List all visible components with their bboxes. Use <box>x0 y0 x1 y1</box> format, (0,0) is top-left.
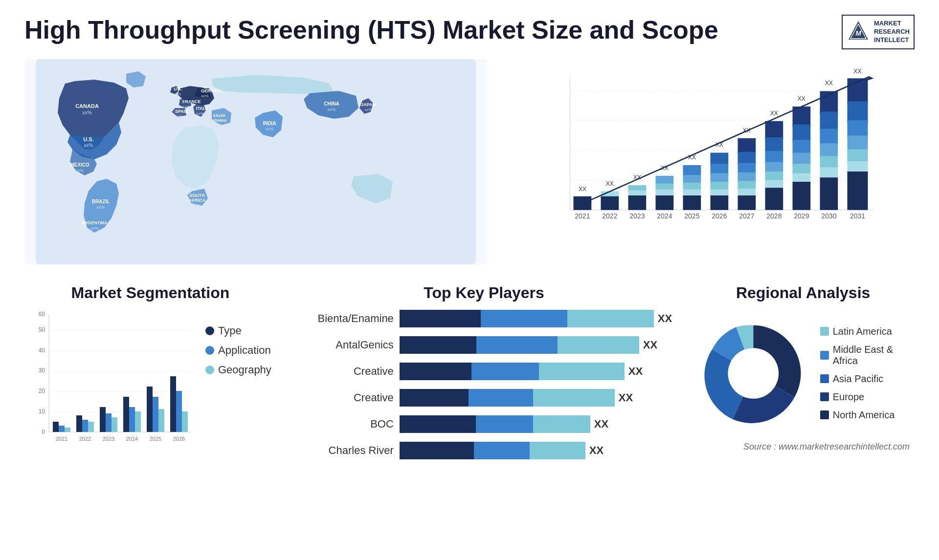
player-bar-seg-mid <box>474 442 530 459</box>
player-bar-seg-light <box>530 442 585 459</box>
svg-rect-106 <box>820 156 838 169</box>
player-bar-seg-mid <box>471 363 539 380</box>
pie-legend-europe: Europe <box>820 391 910 403</box>
svg-text:xx%: xx% <box>96 205 105 210</box>
svg-text:JAPAN: JAPAN <box>361 102 376 107</box>
players-title: Top Key Players <box>296 284 672 302</box>
svg-rect-140 <box>76 415 82 432</box>
svg-text:2028: 2028 <box>766 212 782 220</box>
svg-text:INDIA: INDIA <box>263 121 276 126</box>
players-table: Bienta/Enamine XX AntalGenics <box>296 310 672 459</box>
svg-rect-105 <box>820 143 838 158</box>
svg-point-160 <box>728 348 779 399</box>
top-section: CANADA xx% U.S. xx% MEXICO xx% BRAZIL xx… <box>24 59 915 264</box>
svg-text:2023: 2023 <box>629 212 645 220</box>
svg-text:2027: 2027 <box>739 212 754 220</box>
player-bar-seg-dark <box>400 310 481 327</box>
svg-rect-64 <box>683 195 701 210</box>
player-name-0: Bienta/Enamine <box>296 312 394 325</box>
growth-bar-chart: XX 2021 XX 2022 XX 2023 <box>526 69 905 240</box>
pie-legend-na: North America <box>820 409 910 421</box>
svg-text:U.K.: U.K. <box>174 86 182 91</box>
svg-text:2021: 2021 <box>575 212 590 220</box>
page-title: High Throughput Screening (HTS) Market S… <box>24 15 718 45</box>
svg-rect-146 <box>112 417 117 432</box>
player-val-0: XX <box>658 312 672 325</box>
svg-text:xx%: xx% <box>84 143 93 148</box>
player-name-2: Creative <box>296 365 394 378</box>
regional-area: Regional Analysis <box>692 279 915 484</box>
legend-geography: Geography <box>205 364 271 376</box>
logo-line3: INTELLECT <box>874 36 910 44</box>
svg-rect-107 <box>820 167 838 179</box>
svg-text:40: 40 <box>39 347 45 354</box>
svg-text:60: 60 <box>39 311 45 318</box>
svg-rect-116 <box>848 161 868 173</box>
svg-text:2024: 2024 <box>126 436 138 442</box>
svg-rect-103 <box>820 111 838 131</box>
svg-rect-114 <box>848 135 868 151</box>
player-bar-seg-dark <box>400 336 476 354</box>
player-bar-seg-mid <box>476 415 533 433</box>
svg-text:xx%: xx% <box>327 107 335 112</box>
svg-rect-86 <box>765 151 783 164</box>
world-map: CANADA xx% U.S. xx% MEXICO xx% BRAZIL xx… <box>24 59 487 264</box>
logo-line1: MARKET <box>874 20 910 28</box>
pie-legend-mea: Middle East & Africa <box>820 344 910 366</box>
svg-text:2025: 2025 <box>684 212 699 220</box>
svg-rect-60 <box>683 165 701 176</box>
svg-rect-141 <box>82 420 88 432</box>
legend-application: Application <box>205 344 271 357</box>
player-bar-seg-light <box>558 336 639 354</box>
svg-text:xx%: xx% <box>216 124 222 127</box>
player-bar-seg-light <box>567 310 654 327</box>
svg-text:xx%: xx% <box>193 203 201 208</box>
svg-rect-67 <box>711 152 729 165</box>
player-bar-seg-light <box>533 415 590 433</box>
bottom-section: Market Segmentation 0 10 20 30 40 50 60 <box>24 279 915 484</box>
svg-text:2023: 2023 <box>103 436 114 442</box>
player-bar-seg-mid <box>469 389 533 407</box>
player-bar-seg-dark <box>400 363 471 380</box>
svg-text:MEXICO: MEXICO <box>70 162 89 168</box>
svg-text:CANADA: CANADA <box>75 103 99 109</box>
svg-rect-112 <box>848 101 868 123</box>
pie-color-mea <box>820 351 829 360</box>
svg-text:XX: XX <box>770 109 778 116</box>
svg-text:2030: 2030 <box>821 212 836 220</box>
svg-text:M: M <box>855 29 861 37</box>
svg-rect-137 <box>59 426 65 432</box>
svg-text:XX: XX <box>853 69 861 75</box>
svg-rect-152 <box>147 387 153 432</box>
pie-label-asia: Asia Pacific <box>833 373 883 385</box>
pie-label-europe: Europe <box>833 391 865 403</box>
svg-rect-76 <box>738 151 756 164</box>
svg-text:2031: 2031 <box>850 212 865 220</box>
table-row: Creative XX <box>296 363 672 380</box>
player-bar-5 <box>400 442 585 459</box>
svg-text:2024: 2024 <box>657 212 672 220</box>
table-row: BOC XX <box>296 415 672 433</box>
player-bar-wrap-1: XX <box>400 336 672 354</box>
player-name-4: BOC <box>296 418 394 431</box>
pie-color-latin <box>820 327 829 336</box>
pie-legend-latin: Latin America <box>820 326 910 337</box>
player-bar-seg-dark <box>400 442 474 459</box>
svg-text:XX: XX <box>579 186 586 193</box>
legend-label-application: Application <box>218 344 271 357</box>
svg-text:50: 50 <box>39 326 45 333</box>
pie-label-na: North America <box>833 409 895 421</box>
svg-text:2026: 2026 <box>712 212 727 220</box>
player-val-4: XX <box>594 418 608 431</box>
player-bar-seg-dark <box>400 389 469 407</box>
svg-text:ARGENTINA: ARGENTINA <box>81 220 108 225</box>
svg-rect-115 <box>848 149 868 163</box>
svg-rect-46 <box>601 196 619 210</box>
legend-label-type: Type <box>218 324 242 337</box>
player-val-5: XX <box>589 444 604 457</box>
svg-text:SAUDI: SAUDI <box>213 113 225 118</box>
svg-rect-153 <box>153 397 158 432</box>
svg-rect-57 <box>656 195 674 210</box>
map-area: CANADA xx% U.S. xx% MEXICO xx% BRAZIL xx… <box>24 59 487 264</box>
logo-line2: RESEARCH <box>874 28 910 36</box>
